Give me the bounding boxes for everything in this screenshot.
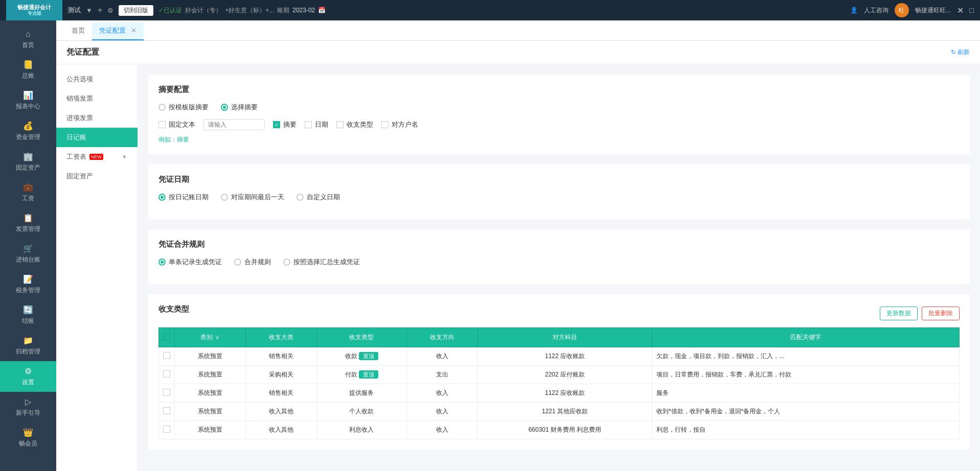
sidebar-item-report[interactable]: 📊 报表中心 xyxy=(0,85,56,116)
close-window-icon[interactable]: ✕ xyxy=(957,6,964,15)
tab-home-label: 首页 xyxy=(72,27,85,34)
sidebar-label-tax: 税务管理 xyxy=(16,286,40,295)
add-icon[interactable]: + xyxy=(98,6,102,15)
row-checkbox-0[interactable] xyxy=(159,347,175,366)
radio-single-record[interactable]: 单条记录生成凭证 xyxy=(158,257,222,267)
chevron-down-icon: ▼ xyxy=(122,154,127,160)
certified-status: ✓已认证 xyxy=(158,6,182,15)
left-nav-purchase-invoice[interactable]: 进项发票 xyxy=(56,108,138,128)
checkbox-income-type-label: 收支类型 xyxy=(347,120,373,129)
income-expense-title: 收支类型 xyxy=(158,304,189,314)
topbar-right: 👤 人工咨询 旺 畅捷通旺旺... ✕ □ xyxy=(850,3,974,17)
th-category: 类别 ∨ xyxy=(175,328,246,347)
radio-by-daily[interactable]: 按日记账日期 xyxy=(158,193,209,202)
radio-by-template[interactable]: 按模板版摘要 xyxy=(158,103,209,112)
th-direction: 收支方向 xyxy=(406,328,477,347)
summary-config-title: 摘要配置 xyxy=(158,85,960,95)
radio-merge-rule[interactable]: 合并规则 xyxy=(234,257,271,267)
radio-merge-rule-circle xyxy=(234,258,241,266)
table-row: 系统预置 收入其他 利息收入 收入 660301 财务费用 利息费用 利息，行转… xyxy=(159,421,960,439)
main-content: 首页 凭证配置 ✕ 凭证配置 ↻ 刷新 公共选项 销项发票 xyxy=(56,20,980,471)
row-checkbox-1[interactable] xyxy=(159,366,175,384)
row-keyword-1: 项目，日常费用，报销款，车费，承兑汇票，付款 xyxy=(652,366,960,384)
left-nav-sales-invoice[interactable]: 销项发票 xyxy=(56,89,138,108)
sidebar-item-ledger[interactable]: 📒 总账 xyxy=(0,55,56,85)
sidebar-label-purchase: 进销台账 xyxy=(16,255,40,264)
left-nav-fixed-assets[interactable]: 固定资产 xyxy=(56,167,138,186)
checkbox-fixed-text-box xyxy=(158,121,166,128)
left-nav-public-label: 公共选项 xyxy=(66,75,93,84)
checkbox-counterpart[interactable]: 对方户名 xyxy=(381,120,418,129)
summary-radio-group: 按模板版摘要 选择摘要 xyxy=(158,103,960,112)
left-nav-daily-account[interactable]: 日记账 xyxy=(56,128,138,147)
row-subject-0: 1122 应收账款 xyxy=(477,347,652,366)
radio-by-daily-label: 按日记账日期 xyxy=(169,193,209,202)
radio-select-summary[interactable]: 选择摘要 xyxy=(221,103,258,112)
sidebar-item-settings[interactable]: ⚙ 设置 xyxy=(0,361,56,392)
select-all-checkbox[interactable] xyxy=(163,333,170,340)
checkbox-income-type[interactable]: 收支类型 xyxy=(336,120,373,129)
refresh-button[interactable]: ↻ 刷新 xyxy=(951,48,970,57)
radio-period-last[interactable]: 对应期间最后一天 xyxy=(221,193,284,202)
settings-icon[interactable]: ⚙ xyxy=(107,7,113,14)
dropdown-arrow-icon[interactable]: ▼ xyxy=(86,7,93,14)
sidebar-item-settlement[interactable]: 🔄 结账 xyxy=(0,300,56,331)
maximize-window-icon[interactable]: □ xyxy=(970,6,974,14)
sidebar-item-home[interactable]: ⌂ 首页 xyxy=(0,25,56,55)
sidebar-item-member[interactable]: 👑 畅会员 xyxy=(0,422,56,453)
calendar-icon[interactable]: 📅 xyxy=(318,7,326,14)
tab-voucher-config[interactable]: 凭证配置 ✕ xyxy=(92,22,144,40)
row-keyword-3: 收到*借款，收到*备用金，退回*备用金，个人 xyxy=(652,403,960,421)
sidebar-item-asset[interactable]: 🏢 固定资产 xyxy=(0,147,56,177)
sidebar-item-salary[interactable]: 💼 工资 xyxy=(0,177,56,208)
sidebar-item-fund[interactable]: 💰 资金管理 xyxy=(0,116,56,147)
help-icon: 👤 xyxy=(850,7,858,14)
checkbox-date[interactable]: 日期 xyxy=(305,120,328,129)
th-counterpart-subject: 对方科目 xyxy=(477,328,652,347)
tab-close-icon[interactable]: ✕ xyxy=(131,27,136,34)
income-type-text-1: 付款 xyxy=(345,371,357,378)
radio-single-record-label: 单条记录生成凭证 xyxy=(169,257,222,267)
checkbox-fixed-text[interactable]: 固定文本 xyxy=(158,120,195,129)
checkbox-date-box xyxy=(305,121,312,128)
table-head: 类别 ∨ 收支大类 收支类型 收支方向 对方科目 匹配关键字 xyxy=(159,328,960,347)
row-direction-3: 收入 xyxy=(406,403,477,421)
row-checkbox-2[interactable] xyxy=(159,384,175,403)
tab-home[interactable]: 首页 xyxy=(64,22,92,40)
sidebar-item-invoice[interactable]: 📋 发票管理 xyxy=(0,208,56,239)
help-label[interactable]: 人工咨询 xyxy=(864,6,888,15)
home-icon: ⌂ xyxy=(26,30,31,39)
reset-tag-0[interactable]: 置顶 xyxy=(359,352,378,360)
batch-delete-button[interactable]: 批量删除 xyxy=(922,307,960,320)
fixed-text-input[interactable] xyxy=(203,119,265,130)
update-data-button[interactable]: 更新数据 xyxy=(880,307,918,320)
left-nav-salary-table[interactable]: 工资表 NEW ▼ xyxy=(56,147,138,167)
table-row: 系统预置 采购相关 付款 置顶 支出 2202 应付账款 项目，日常费用，报销款… xyxy=(159,366,960,384)
row-major-type-1: 采购相关 xyxy=(245,366,316,384)
purchase-icon: 🛒 xyxy=(23,244,33,253)
radio-period-last-label: 对应期间最后一天 xyxy=(231,193,284,202)
avatar[interactable]: 旺 xyxy=(895,3,909,17)
sidebar-item-purchase[interactable]: 🛒 进销台账 xyxy=(0,239,56,269)
checkbox-summary[interactable]: ✓ 摘要 xyxy=(273,120,297,129)
radio-select-total-circle xyxy=(283,258,290,266)
radio-select-summary-circle xyxy=(221,104,228,111)
sidebar-label-salary: 工资 xyxy=(22,194,34,203)
left-nav-public-options[interactable]: 公共选项 xyxy=(56,69,138,89)
right-content: 摘要配置 按模板版摘要 选择摘要 xyxy=(138,64,980,471)
sidebar-item-tax[interactable]: 📝 税务管理 xyxy=(0,269,56,300)
left-nav: 公共选项 销项发票 进项发票 日记账 工资表 NEW ▼ 固定资产 xyxy=(56,64,138,471)
sidebar-item-archive[interactable]: 📁 归档管理 xyxy=(0,331,56,361)
content-header: 凭证配置 ↻ 刷新 xyxy=(56,41,980,64)
radio-custom-date[interactable]: 自定义日期 xyxy=(297,193,340,202)
row-subject-3: 1221 其他应收款 xyxy=(477,403,652,421)
sidebar-item-guide[interactable]: ▷ 新手引导 xyxy=(0,392,56,422)
radio-select-total[interactable]: 按照选择汇总生成凭证 xyxy=(283,257,360,267)
row-checkbox-3[interactable] xyxy=(159,403,175,421)
row-checkbox-4[interactable] xyxy=(159,421,175,439)
checkbox-counterpart-box xyxy=(381,121,389,128)
switch-version-button[interactable]: 切到旧版 xyxy=(119,5,153,16)
table-header-row: 收支类型 更新数据 批量删除 xyxy=(158,304,960,322)
row-major-type-4: 收入其他 xyxy=(245,421,316,439)
reset-tag-1[interactable]: 置顶 xyxy=(359,370,378,379)
